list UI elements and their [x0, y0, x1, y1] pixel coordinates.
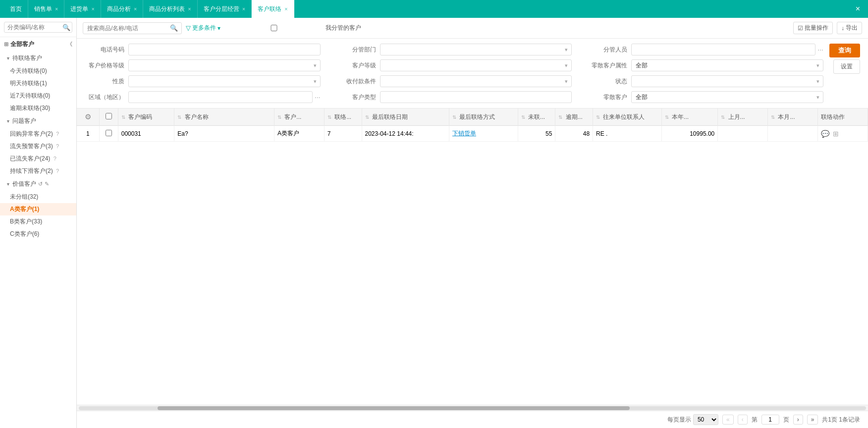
- filter-phone-input[interactable]: [128, 44, 321, 55]
- tab-home[interactable]: 首页: [4, 0, 28, 18]
- first-page-button[interactable]: «: [722, 415, 734, 425]
- page-input[interactable]: [761, 415, 779, 425]
- my-customers-checkbox[interactable]: [224, 25, 324, 31]
- sidebar-item-repurchase-abnormal[interactable]: 回购异常客户(2) ?: [0, 128, 76, 140]
- filter-nature-select[interactable]: [128, 75, 321, 87]
- filter-payment-select[interactable]: [380, 75, 572, 87]
- select-all-checkbox[interactable]: [106, 113, 112, 119]
- settings-gear-icon[interactable]: ⚙: [85, 112, 91, 121]
- filter-nature: 性质 ▾: [85, 75, 321, 87]
- next-page-button[interactable]: ›: [793, 415, 803, 425]
- filter-manager-input[interactable]: [631, 44, 815, 55]
- tab-sales[interactable]: 销售单 ×: [28, 0, 64, 18]
- sort-icon4[interactable]: ⇅: [327, 114, 331, 120]
- chat-icon[interactable]: 💬: [821, 130, 829, 138]
- sort-icon[interactable]: ⇅: [121, 114, 125, 120]
- filter-price-level-wrap: ▾: [128, 59, 321, 71]
- all-customers-header[interactable]: ⊞ 全部客户 《: [0, 37, 76, 52]
- search-input[interactable]: [83, 22, 182, 34]
- query-button[interactable]: 查询: [829, 44, 860, 57]
- refresh-icon[interactable]: ↺: [38, 181, 43, 187]
- total-info: 共1页 1条记录: [822, 416, 860, 424]
- sidebar-item-overdue-pending[interactable]: 逾期未联络(30): [0, 102, 76, 114]
- filter-manager-dots[interactable]: ···: [817, 46, 823, 54]
- filter-region-input[interactable]: [128, 91, 313, 103]
- sort-icon5[interactable]: ⇅: [365, 114, 369, 120]
- filter-price-level-select[interactable]: [128, 59, 321, 71]
- per-page-select[interactable]: 50 100: [693, 414, 718, 425]
- problem-header[interactable]: ▼ 问题客户: [0, 114, 76, 128]
- sidebar-item-churn-warning[interactable]: 流失预警客户(3) ?: [0, 140, 76, 153]
- td-contacts: 7: [324, 126, 362, 142]
- tab-customer-contact-close[interactable]: ×: [284, 6, 287, 12]
- table-row: 1 000031 Ea? A类客户: [77, 126, 868, 142]
- value-header[interactable]: ▼ 价值客户 ↺ ✎: [0, 177, 76, 191]
- window-close-button[interactable]: ×: [852, 4, 864, 13]
- tab-analysis-list-close[interactable]: ×: [188, 6, 191, 12]
- sidebar-item-ungroup[interactable]: 未分组(32): [0, 191, 76, 203]
- scrollbar-thumb[interactable]: [158, 406, 630, 410]
- th-last-month: ⇅ 上月...: [718, 108, 768, 126]
- filter-more-button[interactable]: ▽ 更多条件 ▾: [186, 24, 220, 32]
- tab-analysis-list[interactable]: 商品分析列表 ×: [143, 0, 197, 18]
- sidebar-item-churned[interactable]: 已流失客户(24) ?: [0, 153, 76, 165]
- tab-customer-segment[interactable]: 客户分层经营 ×: [198, 0, 252, 18]
- per-page-wrap: 每页显示 50 100: [667, 414, 718, 425]
- filter-price-level: 客户价格等级 ▾: [85, 59, 321, 71]
- pending-contact-header[interactable]: ▼ 待联络客户: [0, 52, 76, 65]
- sort-icon2[interactable]: ⇅: [177, 114, 181, 120]
- filter-dept-select[interactable]: [380, 44, 572, 55]
- sort-icon8[interactable]: ⇅: [558, 114, 562, 120]
- th-check[interactable]: [99, 108, 118, 126]
- sort-icon3[interactable]: ⇅: [277, 114, 281, 120]
- row-checkbox[interactable]: [106, 130, 112, 136]
- th-code: ⇅ 客户编码: [118, 108, 174, 126]
- filter-row-4: 区域（地区） ··· 客户类型: [85, 91, 823, 103]
- tab-customer-contact[interactable]: 客户联络 ×: [252, 0, 294, 18]
- batch-op-button[interactable]: ☑ 批量操作: [793, 22, 833, 34]
- sidebar-item-c-class[interactable]: C类客户(6): [0, 228, 76, 240]
- filter-customer-level-select[interactable]: [380, 59, 572, 71]
- tab-purchase[interactable]: 进货单 ×: [64, 0, 101, 18]
- export-button[interactable]: ↓ 导出: [837, 22, 862, 34]
- sidebar-item-today-pending[interactable]: 今天待联络(0): [0, 65, 76, 77]
- filter-region-dots[interactable]: ···: [315, 93, 321, 101]
- sidebar-item-week-pending[interactable]: 近7天待联络(0): [0, 90, 76, 102]
- sort-icon7[interactable]: ⇅: [521, 114, 525, 120]
- tab-analysis[interactable]: 商品分析 ×: [101, 0, 143, 18]
- settings-button[interactable]: 设置: [833, 59, 860, 74]
- sidebar-item-a-class[interactable]: A类客户(1): [0, 203, 76, 215]
- horizontal-scrollbar[interactable]: [77, 405, 868, 411]
- filter-retail-customer-select[interactable]: 全部: [631, 91, 823, 103]
- sidebar-item-tomorrow-pending[interactable]: 明天待联络(1): [0, 77, 76, 90]
- last-page-button[interactable]: »: [807, 415, 818, 425]
- filter-dept: 分管部门 ▾: [336, 44, 572, 55]
- filter-region-label: 区域（地区）: [85, 93, 124, 102]
- qr-icon[interactable]: ⊞: [833, 130, 839, 138]
- tab-sales-close[interactable]: ×: [55, 6, 58, 12]
- filter-status-select[interactable]: [631, 75, 823, 87]
- tab-customer-segment-close[interactable]: ×: [242, 6, 245, 12]
- filter-retail-attr: 零散客户属性 全部 ▾: [588, 59, 823, 71]
- table-footer: 每页显示 50 100 « ‹ 第 页 › » 共1页 1条记录: [77, 411, 868, 428]
- th-settings[interactable]: ⚙: [77, 108, 99, 126]
- sort-icon9[interactable]: ⇅: [596, 114, 600, 120]
- export-icon: ↓: [841, 25, 844, 32]
- tab-purchase-close[interactable]: ×: [91, 6, 94, 12]
- td-seq: 1: [77, 126, 99, 142]
- collapse-arrow-icon: 《: [67, 41, 72, 48]
- filter-retail-attr-select[interactable]: 全部: [631, 59, 823, 71]
- sidebar-item-declining[interactable]: 持续下滑客户(2) ?: [0, 165, 76, 177]
- td-check[interactable]: [99, 126, 118, 142]
- tab-analysis-close[interactable]: ×: [134, 6, 137, 12]
- sort-icon6[interactable]: ⇅: [452, 114, 456, 120]
- sidebar-item-b-class[interactable]: B类客户(33): [0, 215, 76, 228]
- filter-customer-type-input[interactable]: [380, 91, 572, 103]
- last-contact-method-link[interactable]: 下销货单: [452, 130, 476, 137]
- edit-icon[interactable]: ✎: [45, 181, 49, 187]
- sort-icon12[interactable]: ⇅: [771, 114, 775, 120]
- tri-icon: ▼: [6, 56, 10, 61]
- sort-icon10[interactable]: ⇅: [665, 114, 669, 120]
- sort-icon11[interactable]: ⇅: [721, 114, 725, 120]
- prev-page-button[interactable]: ‹: [738, 415, 748, 425]
